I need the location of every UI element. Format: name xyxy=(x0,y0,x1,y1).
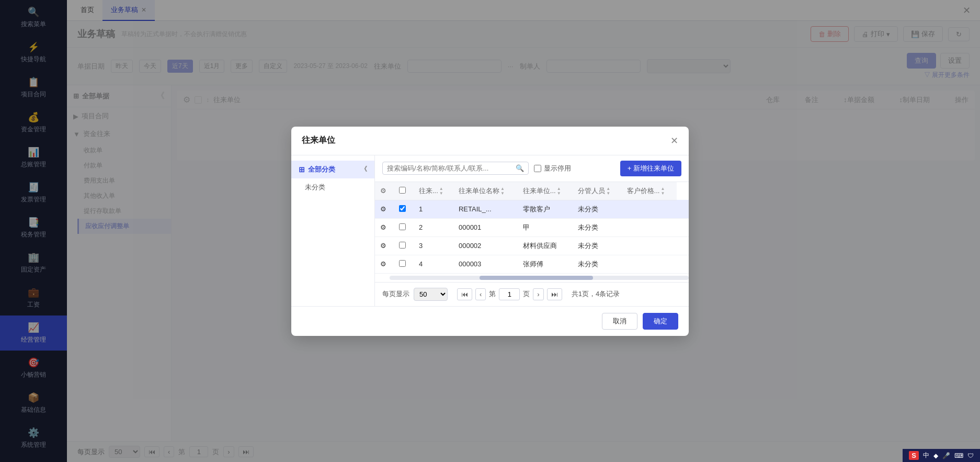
row-code-cell: RETAIL_... xyxy=(453,200,518,218)
table-row[interactable]: ⚙ 1 RETAIL_... 零散客户 未分类 xyxy=(375,200,689,218)
select-all-checkbox[interactable] xyxy=(399,187,406,194)
row-gear-icon[interactable]: ⚙ xyxy=(380,205,386,213)
dialog-footer: 取消 确定 xyxy=(291,306,689,336)
dialog-toolbar: 🔍 显示停用 + 新增往来单位 xyxy=(375,155,689,182)
row-category-cell: 未分类 xyxy=(573,255,621,273)
page-prev-button[interactable]: ‹ xyxy=(475,288,486,300)
search-icon: 🔍 xyxy=(516,164,524,172)
row-check-cell[interactable] xyxy=(394,236,414,255)
page-number-input[interactable] xyxy=(499,288,520,300)
page-last-button[interactable]: ⏭ xyxy=(547,288,562,300)
row-code-cell: 000003 xyxy=(453,255,518,273)
row-category-cell: 未分类 xyxy=(573,218,621,236)
add-counterparty-button[interactable]: + 新增往来单位 xyxy=(620,161,681,176)
show-disabled-label[interactable]: 显示停用 xyxy=(534,164,571,173)
row-id-cell: 3 xyxy=(414,236,453,255)
row-check-cell[interactable] xyxy=(394,200,414,218)
total-info: 共1页，4条记录 xyxy=(572,289,620,299)
horizontal-scroll-thumb[interactable] xyxy=(480,276,593,280)
row-category-cell: 未分类 xyxy=(573,200,621,218)
settings-col-icon: ⚙ xyxy=(380,187,386,195)
col-header-gear: ⚙ xyxy=(375,182,394,200)
dialog-right-panel: 🔍 显示停用 + 新增往来单位 ⚙ xyxy=(375,155,689,306)
collapse-arrow-icon[interactable]: 《 xyxy=(361,165,367,174)
row-checkbox[interactable] xyxy=(399,205,406,212)
dialog-table-body: ⚙ 1 RETAIL_... 零散客户 未分类 ⚙ 2 000001 甲 未分类… xyxy=(375,200,689,273)
row-checkbox[interactable] xyxy=(399,223,406,230)
row-code-cell: 000002 xyxy=(453,236,518,255)
show-disabled-checkbox[interactable] xyxy=(534,165,541,172)
confirm-button[interactable]: 确定 xyxy=(643,313,678,330)
row-price-cell xyxy=(677,200,689,218)
row-checkbox[interactable] xyxy=(399,242,406,249)
dialog-search-box[interactable]: 🔍 xyxy=(382,162,529,175)
grid-icon: ⊞ xyxy=(299,165,305,174)
dialog-category-unclassified[interactable]: 未分类 xyxy=(291,178,374,196)
table-row[interactable]: ⚙ 3 000002 材料供应商 未分类 xyxy=(375,236,689,255)
row-gear-cell: ⚙ xyxy=(375,255,394,273)
col-header-manager[interactable]: 分管人员▲▼ xyxy=(573,182,621,200)
col-header-price[interactable]: 客户价格...▲▼ xyxy=(622,182,677,200)
dialog-title: 往来单位 xyxy=(302,135,335,146)
col-header-check[interactable] xyxy=(394,182,414,200)
row-name-cell: 张师傅 xyxy=(518,255,573,273)
row-gear-cell: ⚙ xyxy=(375,236,394,255)
per-page-select[interactable]: 50 xyxy=(414,288,448,301)
row-name-cell: 材料供应商 xyxy=(518,236,573,255)
page-unit: 页 xyxy=(523,289,530,299)
row-price-cell xyxy=(677,255,689,273)
row-name-cell: 甲 xyxy=(518,218,573,236)
dialog-header: 往来单位 ✕ xyxy=(291,127,689,155)
dialog-table: ⚙ 往来...▲▼ 往来单位名称▲▼ 往来单位...▲▼ xyxy=(375,182,689,274)
row-category-cell: 未分类 xyxy=(573,236,621,255)
status-bar: S 中 ◆ 🎤 ⌨ 🛡 xyxy=(903,449,980,462)
status-shield-icon: 🛡 xyxy=(967,452,974,459)
cancel-button[interactable]: 取消 xyxy=(602,313,637,330)
table-row[interactable]: ⚙ 4 000003 张师傅 未分类 xyxy=(375,255,689,273)
status-keyboard-icon: ⌨ xyxy=(954,452,963,459)
col-header-code[interactable]: 往来...▲▼ xyxy=(414,182,453,200)
dialog-table-wrap: ⚙ 往来...▲▼ 往来单位名称▲▼ 往来单位...▲▼ xyxy=(375,182,689,274)
page-next-button[interactable]: › xyxy=(533,288,543,300)
row-gear-icon[interactable]: ⚙ xyxy=(380,260,386,268)
row-manager-cell xyxy=(622,255,677,273)
dialog-body: ⊞ 全部分类 《 未分类 🔍 显示停 xyxy=(291,155,689,306)
page-first-button[interactable]: ⏮ xyxy=(457,288,472,300)
status-cn-icon: 中 xyxy=(923,451,929,460)
dialog-left-panel: ⊞ 全部分类 《 未分类 xyxy=(291,155,375,306)
row-gear-cell: ⚙ xyxy=(375,218,394,236)
dialog-table-header-row: ⚙ 往来...▲▼ 往来单位名称▲▼ 往来单位...▲▼ xyxy=(375,182,689,200)
row-check-cell[interactable] xyxy=(394,218,414,236)
row-price-cell xyxy=(677,218,689,236)
row-gear-icon[interactable]: ⚙ xyxy=(380,242,386,250)
counterparty-dialog: 往来单位 ✕ ⊞ 全部分类 《 未分类 xyxy=(291,127,689,336)
dialog-search-input[interactable] xyxy=(387,164,512,172)
per-page-label: 每页显示 xyxy=(382,289,409,299)
page-nav: ⏮ ‹ 第 页 › ⏭ xyxy=(457,288,562,300)
row-manager-cell xyxy=(622,236,677,255)
status-mic-icon: 🎤 xyxy=(942,452,950,459)
table-row[interactable]: ⚙ 2 000001 甲 未分类 xyxy=(375,218,689,236)
dialog-overlay: 往来单位 ✕ ⊞ 全部分类 《 未分类 xyxy=(0,0,980,462)
all-category-label: 全部分类 xyxy=(308,165,335,174)
row-manager-cell xyxy=(622,218,677,236)
row-id-cell: 2 xyxy=(414,218,453,236)
row-checkbox[interactable] xyxy=(399,260,406,267)
horizontal-scrollbar[interactable] xyxy=(390,276,689,280)
col-header-name[interactable]: 往来单位名称▲▼ xyxy=(453,182,518,200)
row-gear-cell: ⚙ xyxy=(375,200,394,218)
col-header-category[interactable]: 往来单位...▲▼ xyxy=(518,182,573,200)
row-name-cell: 零散客户 xyxy=(518,200,573,218)
status-diamond-icon: ◆ xyxy=(933,452,938,459)
dialog-pagination: 每页显示 50 ⏮ ‹ 第 页 › ⏭ 共1页，4条记录 xyxy=(375,282,689,306)
row-id-cell: 4 xyxy=(414,255,453,273)
unclassified-label: 未分类 xyxy=(305,183,325,192)
row-id-cell: 1 xyxy=(414,200,453,218)
row-price-cell xyxy=(677,236,689,255)
row-manager-cell xyxy=(622,200,677,218)
status-brand-icon: S xyxy=(909,451,919,460)
row-gear-icon[interactable]: ⚙ xyxy=(380,223,386,231)
dialog-close-button[interactable]: ✕ xyxy=(670,135,678,147)
dialog-category-all[interactable]: ⊞ 全部分类 《 xyxy=(291,161,374,178)
row-check-cell[interactable] xyxy=(394,255,414,273)
